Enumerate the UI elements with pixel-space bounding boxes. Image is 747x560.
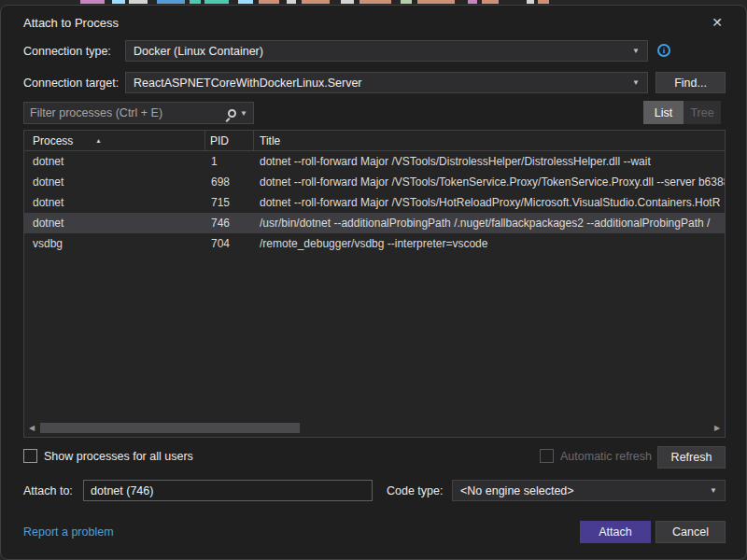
- report-a-problem-link[interactable]: Report a problem: [23, 525, 114, 539]
- chevron-down-icon: ▼: [625, 47, 640, 55]
- attach-button[interactable]: Attach: [580, 521, 651, 543]
- cell-title: dotnet --roll-forward Major /VSTools/Dis…: [260, 155, 725, 168]
- table-row-selected[interactable]: dotnet 746 /usr/bin/dotnet --additionalP…: [24, 213, 725, 233]
- column-divider: [253, 131, 254, 150]
- sort-ascending-icon: ▲: [95, 137, 102, 144]
- show-all-users-label[interactable]: Show processes for all users: [44, 450, 193, 463]
- table-row[interactable]: dotnet 715 dotnet --roll-forward Major /…: [24, 192, 725, 213]
- filter-processes-box: ▼: [23, 102, 254, 124]
- cell-pid: 1: [211, 155, 218, 168]
- show-all-users-checkbox[interactable]: [23, 449, 37, 463]
- column-header-process[interactable]: Process: [33, 134, 73, 147]
- filter-processes-input[interactable]: [24, 106, 228, 119]
- table-header: Process ▲ PID Title: [24, 131, 725, 151]
- scroll-left-icon[interactable]: ◀: [25, 422, 38, 434]
- column-header-pid[interactable]: PID: [210, 134, 229, 147]
- code-type-value: <No engine selected>: [460, 484, 574, 497]
- column-divider: [204, 131, 205, 150]
- connection-type-label: Connection type:: [23, 45, 111, 58]
- cell-title: dotnet --roll-forward Major /VSTools/Tok…: [260, 175, 725, 189]
- cell-title: /usr/bin/dotnet --additionalProbingPath …: [260, 217, 725, 230]
- cell-process: dotnet: [33, 175, 63, 189]
- cell-pid: 715: [211, 196, 230, 209]
- chevron-down-icon: ▼: [702, 486, 717, 495]
- automatic-refresh-checkbox: [540, 449, 554, 463]
- cell-pid: 698: [211, 175, 230, 189]
- process-table: Process ▲ PID Title dotnet 1 dotnet --ro…: [23, 130, 726, 438]
- chevron-down-icon[interactable]: ▼: [240, 109, 247, 118]
- scrollbar-track[interactable]: [38, 423, 711, 433]
- horizontal-scrollbar[interactable]: ◀ ▶: [25, 422, 724, 434]
- connection-target-label: Connection target:: [23, 77, 119, 90]
- info-icon[interactable]: i: [657, 44, 670, 57]
- scroll-right-icon[interactable]: ▶: [711, 422, 724, 434]
- attach-to-process-dialog: Attach to Process ✕ Connection type: Doc…: [0, 5, 747, 560]
- list-view-button[interactable]: List: [643, 101, 684, 124]
- search-icon[interactable]: [228, 109, 236, 118]
- cell-title: /remote_debugger/vsdbg --interpreter=vsc…: [260, 237, 725, 250]
- cell-process: dotnet: [33, 155, 63, 168]
- table-row[interactable]: dotnet 698 dotnet --roll-forward Major /…: [24, 172, 725, 192]
- cell-pid: 704: [211, 237, 230, 250]
- cell-process: dotnet: [33, 196, 63, 209]
- connection-type-combo[interactable]: Docker (Linux Container) ▼: [125, 40, 648, 62]
- code-type-combo[interactable]: <No engine selected> ▼: [452, 480, 726, 501]
- cell-process: vsdbg: [33, 237, 63, 250]
- dialog-title: Attach to Process: [23, 16, 119, 30]
- code-type-label: Code type:: [387, 484, 443, 497]
- cell-pid: 746: [211, 217, 230, 230]
- table-row[interactable]: vsdbg 704 /remote_debugger/vsdbg --inter…: [24, 233, 725, 254]
- column-header-title[interactable]: Title: [260, 134, 280, 147]
- connection-target-value: ReactASPNETCoreWithDockerLinux.Server: [134, 77, 362, 90]
- automatic-refresh-label: Automatic refresh: [560, 450, 652, 463]
- chevron-down-icon: ▼: [625, 78, 640, 87]
- cell-title: dotnet --roll-forward Major /VSTools/Hot…: [260, 196, 725, 209]
- find-button[interactable]: Find...: [655, 72, 726, 93]
- attach-to-input[interactable]: [83, 480, 373, 501]
- connection-target-combo[interactable]: ReactASPNETCoreWithDockerLinux.Server ▼: [125, 72, 648, 93]
- scrollbar-thumb[interactable]: [40, 423, 300, 433]
- connection-type-value: Docker (Linux Container): [134, 45, 263, 58]
- close-icon[interactable]: ✕: [705, 11, 729, 34]
- cell-process: dotnet: [33, 217, 63, 230]
- tree-view-button[interactable]: Tree: [684, 101, 721, 124]
- cancel-button[interactable]: Cancel: [655, 521, 726, 543]
- attach-to-label: Attach to:: [23, 484, 73, 497]
- refresh-button[interactable]: Refresh: [657, 446, 726, 469]
- table-row[interactable]: dotnet 1 dotnet --roll-forward Major /VS…: [24, 151, 725, 172]
